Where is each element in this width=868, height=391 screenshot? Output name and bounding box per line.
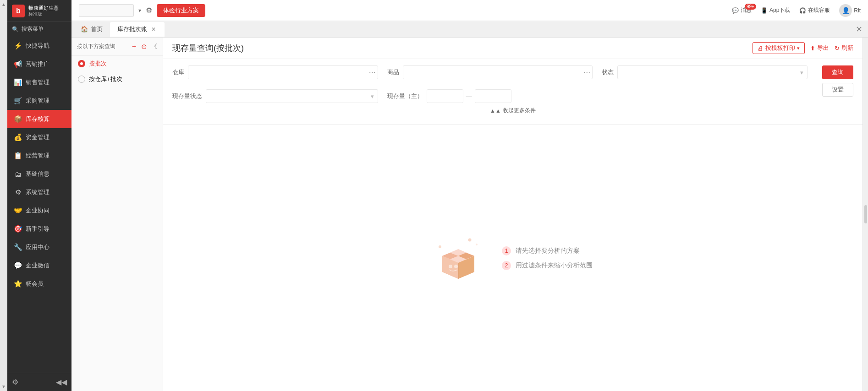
inventory-qty-to-input[interactable]	[475, 89, 511, 103]
inventory-icon: 📦	[14, 115, 22, 123]
export-button[interactable]: ⬆ 导出	[810, 44, 829, 52]
topbar-dropdown-icon[interactable]: ▾	[138, 7, 141, 14]
sidebar-item-appcenter[interactable]: 🔧 应用中心	[7, 238, 71, 256]
sidebar-item-label: 畅会员	[26, 280, 44, 288]
warehouse-more-icon[interactable]: ···	[367, 68, 378, 77]
topbar-search-box[interactable]	[79, 4, 134, 17]
sidebar-footer: ⚙ ◀◀	[7, 373, 71, 391]
headset-icon: 🎧	[799, 7, 806, 14]
sidebar-item-marketing[interactable]: 📢 营销推广	[7, 55, 71, 73]
tab-inventory-batch[interactable]: 库存批次账 ✕	[110, 22, 165, 37]
sidebar-search[interactable]: 🔍 搜索菜单	[7, 22, 71, 37]
purchase-icon: 🛒	[14, 97, 22, 105]
empty-state-inner: 1 请先选择要分析的方案 2 用过滤条件来缩小分析范围	[433, 233, 593, 283]
print-button[interactable]: 🖨 按模板打印 ▾	[753, 42, 805, 54]
filter-group-inventory-qty: 现存量（主） —	[387, 89, 593, 103]
tip-text-1: 请先选择要分析的方案	[516, 247, 580, 255]
inventory-qty-from-input[interactable]	[427, 89, 463, 103]
product-more-icon[interactable]: ···	[582, 68, 592, 77]
sidebar-item-system[interactable]: ⚙ 系统管理	[7, 183, 71, 201]
empty-state: 1 请先选择要分析的方案 2 用过滤条件来缩小分析范围	[163, 125, 863, 391]
sidebar-item-label: 应用中心	[26, 243, 49, 251]
content-area: 按以下方案查询 ＋ ⊙ 《 按批次 按仓库+批次 现存量查询(按批次)	[71, 38, 868, 391]
filter-row-2: 现存量状态 ▾ 现存量（主） —	[172, 89, 808, 103]
shortcut-icon: ⚡	[14, 42, 22, 50]
plan-item-by-warehouse-batch[interactable]: 按仓库+批次	[71, 71, 163, 87]
message-icon: 💬	[732, 7, 739, 14]
operations-icon: 📋	[14, 152, 22, 160]
tab-close-icon[interactable]: ✕	[150, 26, 157, 33]
online-service-label: 在线客服	[808, 6, 830, 14]
sidebar-item-label: 营销推广	[26, 60, 49, 68]
plan-item-by-batch[interactable]: 按批次	[71, 56, 163, 71]
collapse-sidebar-icon[interactable]: ◀◀	[56, 378, 67, 386]
app-download-action[interactable]: 📱 App下载	[761, 6, 790, 14]
refresh-label: 刷新	[841, 44, 853, 52]
svg-point-9	[476, 244, 478, 245]
filter-group-status: 状态 ▾	[602, 65, 808, 79]
sidebar-item-operations[interactable]: 📋 经营管理	[7, 147, 71, 165]
collapse-conditions[interactable]: ▲▲ 收起更多条件	[172, 103, 853, 118]
newbie-icon: 🎯	[14, 225, 22, 233]
plan-by-warehouse-batch-label: 按仓库+批次	[89, 75, 122, 83]
svg-point-6	[449, 265, 452, 268]
sidebar-item-label: 企业协同	[26, 206, 49, 215]
tab-bar-close-icon[interactable]: ✕	[852, 24, 866, 34]
sidebar-item-finance[interactable]: 💰 资金管理	[7, 128, 71, 147]
online-service-action[interactable]: 🎧 在线客服	[799, 6, 830, 14]
tab-home[interactable]: 🏠 首页	[73, 22, 110, 37]
sidebar-header: b 畅康通好生意 标准版	[7, 0, 71, 22]
inventory-status-select[interactable]: ▾	[206, 89, 378, 103]
topbar-gear-icon[interactable]: ⚙	[146, 6, 152, 15]
sidebar-item-label: 资金管理	[26, 133, 49, 141]
app-logo: b	[12, 5, 25, 17]
sidebar-item-wechat[interactable]: 💬 企业微信	[7, 256, 71, 275]
scroll-down-icon[interactable]: ▼	[1, 384, 6, 389]
brand-name: 畅康通好生意	[28, 5, 59, 11]
system-icon: ⚙	[14, 188, 22, 196]
status-select[interactable]: ▾	[617, 65, 808, 79]
tip-text-2: 用过滤条件来缩小分析范围	[516, 261, 593, 270]
scroll-up-icon[interactable]: ▲	[1, 2, 6, 7]
collapse-panel-icon[interactable]: 《	[151, 43, 157, 51]
print-icon: 🖨	[758, 45, 764, 52]
sidebar-item-sales[interactable]: 📊 销售管理	[7, 73, 71, 92]
page-header-actions: 🖨 按模板打印 ▾ ⬆ 导出 ↻ 刷新	[753, 42, 853, 54]
marketing-icon: 📢	[14, 60, 22, 68]
right-scrollbar[interactable]	[863, 38, 868, 391]
sidebar-item-member[interactable]: ⭐ 畅会员	[7, 275, 71, 293]
product-input[interactable]	[403, 65, 580, 79]
tab-bar: 🏠 首页 库存批次账 ✕ ✕	[71, 21, 868, 38]
user-action[interactable]: 👤 Rit	[839, 4, 861, 17]
query-button[interactable]: 查询	[822, 65, 853, 79]
main-area: ▾ ⚙ 体验行业方案 💬 消息 99+ 📱 App下载 🎧 在线客服 👤	[71, 0, 868, 391]
action-buttons: 查询 设置	[822, 65, 853, 97]
sidebar-item-newbie[interactable]: 🎯 新手引导	[7, 220, 71, 238]
status-select-arrow: ▾	[800, 69, 803, 76]
settings-icon[interactable]: ⚙	[12, 378, 18, 386]
sidebar-item-enterprise[interactable]: 🤝 企业协同	[7, 201, 71, 220]
sidebar-item-basic[interactable]: 🗂 基础信息	[7, 165, 71, 183]
add-plan-icon[interactable]: ＋	[131, 42, 137, 51]
trial-button[interactable]: 体验行业方案	[157, 4, 205, 17]
member-icon: ⭐	[14, 280, 22, 288]
filter-settings-button[interactable]: 设置	[822, 83, 853, 97]
brand-info: 畅康通好生意 标准版	[28, 5, 59, 17]
sidebar-item-shortcut[interactable]: ⚡ 快捷导航	[7, 37, 71, 55]
messages-action[interactable]: 💬 消息 99+	[732, 6, 752, 14]
warehouse-filter-label: 仓库	[172, 68, 184, 76]
print-dropdown-icon[interactable]: ▾	[797, 45, 800, 51]
inventory-status-arrow: ▾	[371, 93, 374, 100]
settings-plan-icon[interactable]: ⊙	[141, 43, 147, 51]
refresh-button[interactable]: ↻ 刷新	[835, 44, 853, 52]
export-label: 导出	[817, 44, 829, 52]
wechat-icon: 💬	[14, 261, 22, 270]
empty-tip-1: 1 请先选择要分析的方案	[502, 246, 593, 255]
svg-point-8	[439, 245, 441, 248]
left-panel-header: 按以下方案查询 ＋ ⊙ 《	[71, 38, 163, 56]
sidebar-item-purchase[interactable]: 🛒 采购管理	[7, 92, 71, 110]
sidebar-scroll[interactable]: ▲ ▼	[0, 0, 7, 391]
sidebar-item-inventory[interactable]: 📦 库存核算	[7, 110, 71, 128]
app-download-label: App下载	[769, 6, 790, 14]
warehouse-input[interactable]	[188, 65, 365, 79]
